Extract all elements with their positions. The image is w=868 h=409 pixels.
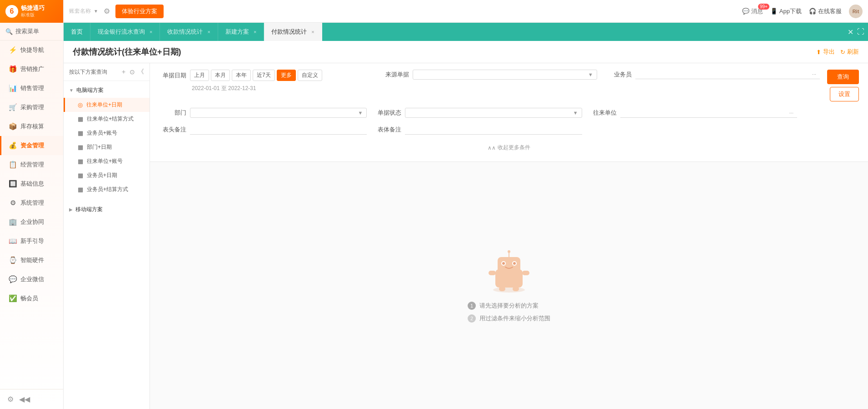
app-download-label: App下载 <box>779 7 802 15</box>
sidebar-item-operations[interactable]: 📋 经营管理 <box>0 155 63 174</box>
date-btn-custom[interactable]: 自定义 <box>298 70 322 81</box>
settings-footer-icon[interactable]: ⚙ <box>7 395 14 404</box>
filter-area: 单据日期 上月 本月 本年 近7天 更多 自定义 <box>150 63 868 409</box>
sidebar-item-inventory[interactable]: 📦 库存核算 <box>0 117 63 136</box>
scheme-item-partner-settle[interactable]: ▦ 往来单位+结算方式 <box>64 112 150 126</box>
date-filter-options: 上月 本月 本年 近7天 更多 自定义 <box>190 70 322 81</box>
scheme-group-desktop-title[interactable]: ▼ 电脑端方案 <box>64 84 150 97</box>
dept-filter-label: 部门 <box>159 109 186 117</box>
sidebar-item-label: 企业微信 <box>20 275 44 283</box>
refresh-icon: ↻ <box>840 49 845 56</box>
dept-select[interactable]: ▼ <box>190 108 367 118</box>
messages-btn[interactable]: 💬 消息 99+ <box>742 7 763 15</box>
tab-receipt-stats-close-icon[interactable]: × <box>207 29 210 35</box>
scheme-item-partner-date[interactable]: ◎ 往来单位+日期 <box>64 98 150 112</box>
scheme-group-mobile-title[interactable]: ▶ 移动端方案 <box>64 203 150 216</box>
tab-receipt-stats[interactable]: 收款情况统计 × <box>160 23 218 41</box>
account-selector[interactable]: 账套名称 ▼ <box>69 7 98 15</box>
account-chevron-icon: ▼ <box>94 9 98 14</box>
sidebar-item-quick-nav[interactable]: ⚡ 快捷导航 <box>0 40 63 60</box>
tab-bank-flow-close-icon[interactable]: × <box>150 29 152 35</box>
scheme-item-staff-settle[interactable]: ▦ 业务员+结算方式 <box>64 182 150 197</box>
sidebar-item-label: 库存核算 <box>20 122 44 131</box>
app-download-btn[interactable]: 📱 App下载 <box>770 7 802 15</box>
export-icon: ⬆ <box>816 49 821 56</box>
source-filter-label: 来源单据 <box>382 71 409 79</box>
sidebar-item-wechat[interactable]: 💬 企业微信 <box>0 270 63 289</box>
sidebar-item-sales[interactable]: 📊 销售管理 <box>0 79 63 98</box>
tab-new-scheme[interactable]: 新建方案 × <box>218 23 264 41</box>
staff-select[interactable]: ··· <box>635 70 820 79</box>
scheme-item-staff-date[interactable]: ▦ 业务员+日期 <box>64 168 150 182</box>
topnav-settings-icon[interactable]: ⚙ <box>104 7 110 15</box>
header-note-input[interactable] <box>190 124 367 135</box>
sidebar-item-hardware[interactable]: ⌚ 智能硬件 <box>0 251 63 270</box>
sidebar-item-guide[interactable]: 📖 新手引导 <box>0 232 63 251</box>
scheme-item-partner-account[interactable]: ▦ 往来单位+账号 <box>64 154 150 168</box>
tab-new-scheme-close-icon[interactable]: × <box>254 29 256 35</box>
refresh-button[interactable]: ↻ 刷新 <box>840 48 859 56</box>
tip-num-1: 1 <box>468 302 476 310</box>
scheme-item-staff-account[interactable]: ▦ 业务员+账号 <box>64 126 150 140</box>
page-header: 付款情况统计(往来单位+日期) ⬆ 导出 ↻ 刷新 <box>64 41 868 63</box>
export-label: 导出 <box>823 48 835 56</box>
trial-button[interactable]: 体验行业方案 <box>115 5 164 18</box>
sidebar-item-member[interactable]: ✅ 畅会员 <box>0 289 63 308</box>
date-btn-this-month[interactable]: 本月 <box>211 70 230 81</box>
scheme-item-label: 业务员+结算方式 <box>87 186 128 193</box>
sidebar-item-system[interactable]: ⚙ 系统管理 <box>0 193 63 212</box>
tab-payment-stats[interactable]: 付款情况统计 × <box>264 23 322 41</box>
scheme-item-dept-date[interactable]: ▦ 部门+日期 <box>64 140 150 154</box>
settings-button[interactable]: 设置 <box>830 87 859 101</box>
sidebar-item-base[interactable]: 🔲 基础信息 <box>0 174 63 193</box>
logo-icon: 6 <box>5 5 18 18</box>
partner-select[interactable]: ··· <box>620 108 797 118</box>
tabs-expand-icon[interactable]: ⛶ <box>857 28 864 36</box>
date-btn-7days[interactable]: 近7天 <box>253 70 275 81</box>
collapse-label: 收起更多条件 <box>498 144 530 151</box>
body-note-input[interactable] <box>405 124 582 135</box>
operations-icon: 📋 <box>9 161 17 169</box>
date-btn-last-month[interactable]: 上月 <box>190 70 209 81</box>
data-area: 1 请先选择要分析的方案 2 用过滤条件来缩小分析范围 <box>150 162 868 409</box>
sidebar-item-enterprise[interactable]: 🏢 企业协同 <box>0 212 63 232</box>
topnav-right: 💬 消息 99+ 📱 App下载 🎧 在线客服 Rit <box>742 5 863 18</box>
sidebar-item-funds[interactable]: 💰 资金管理 <box>0 136 63 155</box>
collapse-sidebar-icon[interactable]: ◀◀ <box>19 395 30 404</box>
collapse-chevron-icon: ∧∧ <box>488 145 496 151</box>
svg-rect-12 <box>513 287 519 291</box>
doc-status-filter-label: 单据状态 <box>374 109 401 117</box>
export-button[interactable]: ⬆ 导出 <box>816 48 835 56</box>
system-icon: ⚙ <box>9 199 17 207</box>
tab-payment-stats-close-icon[interactable]: × <box>311 29 314 35</box>
sidebar-item-label: 采购管理 <box>20 103 44 111</box>
scheme-item-label: 往来单位+日期 <box>86 101 122 109</box>
tab-home[interactable]: 首页 <box>64 23 90 41</box>
scheme-settings-icon[interactable]: ⊙ <box>130 68 135 76</box>
source-select-arrow-icon: ▼ <box>588 72 593 77</box>
tabs-close-all-icon[interactable]: ✕ <box>848 28 853 36</box>
user-avatar[interactable]: Rit <box>849 5 863 18</box>
svg-rect-10 <box>522 271 529 275</box>
svg-rect-9 <box>489 271 496 275</box>
scheme-add-icon[interactable]: ＋ <box>120 68 127 76</box>
staff-filter-label: 业务员 <box>604 71 632 79</box>
search-menu[interactable]: 🔍 搜索菜单 <box>0 23 63 40</box>
date-btn-more[interactable]: 更多 <box>277 70 296 81</box>
online-support-btn[interactable]: 🎧 在线客服 <box>809 7 842 15</box>
sidebar-item-label: 新手引导 <box>20 237 44 245</box>
mobile-group-label: 移动端方案 <box>75 206 103 213</box>
refresh-label: 刷新 <box>847 48 859 56</box>
doc-status-select[interactable]: ▼ <box>405 108 582 118</box>
sales-icon: 📊 <box>9 84 17 92</box>
date-btn-this-year[interactable]: 本年 <box>232 70 251 81</box>
sidebar-item-label: 智能硬件 <box>20 256 44 264</box>
scheme-collapse-icon[interactable]: 《 <box>138 68 144 76</box>
sidebar-item-purchase[interactable]: 🛒 采购管理 <box>0 98 63 117</box>
collapse-filter-button[interactable]: ∧∧ 收起更多条件 <box>484 140 534 155</box>
tab-bank-flow[interactable]: 现金银行流水查询 × <box>90 23 160 41</box>
content-area: 付款情况统计(往来单位+日期) ⬆ 导出 ↻ 刷新 按以下方案查询 ＋ <box>64 41 868 409</box>
source-select[interactable]: ▼ <box>413 70 597 80</box>
sidebar-item-marketing[interactable]: 🎁 营销推广 <box>0 60 63 79</box>
query-button[interactable]: 查询 <box>827 70 859 84</box>
